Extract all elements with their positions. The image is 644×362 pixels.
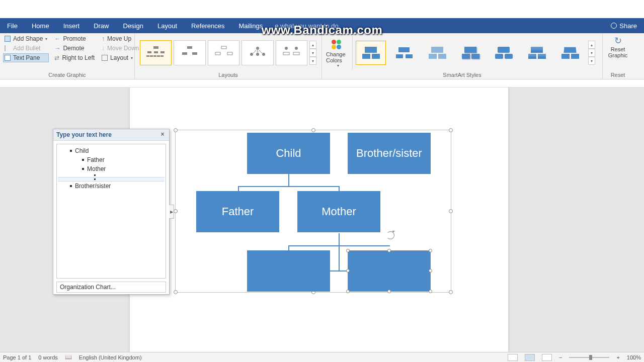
svg-rect-5	[150, 55, 153, 57]
share-label: Share	[619, 22, 637, 30]
text-pane-footer[interactable]: Organization Chart...	[56, 282, 166, 293]
text-pane-icon	[5, 55, 11, 61]
tell-me-search[interactable]: e what you want to do	[270, 18, 604, 33]
node-blank-1[interactable]	[247, 250, 330, 292]
add-shape-icon	[5, 36, 11, 42]
person-icon	[611, 23, 617, 29]
node-blank-2-selected[interactable]	[348, 250, 431, 292]
list-item[interactable]	[58, 173, 165, 177]
svg-rect-12	[221, 46, 226, 49]
node-father[interactable]: Father	[196, 191, 279, 232]
ruler	[0, 79, 644, 87]
tab-insert[interactable]: Insert	[56, 18, 87, 33]
group-layouts: ▴▾▾ Layouts	[135, 33, 322, 79]
style-option-6[interactable]	[522, 41, 552, 65]
list-item-selected[interactable]	[58, 177, 165, 182]
connector	[339, 233, 340, 272]
text-pane-button[interactable]: Text Pane	[3, 53, 49, 62]
share-button[interactable]: Share	[604, 18, 644, 33]
text-pane-header: Type your text here ×	[53, 129, 169, 141]
connector	[339, 186, 340, 191]
smartart-text-pane: Type your text here × Child Father Mothe…	[53, 129, 170, 295]
style-option-5[interactable]	[489, 41, 519, 65]
tab-file[interactable]: File	[0, 18, 25, 33]
add-bullet-button: Add Bullet	[3, 44, 49, 53]
status-language[interactable]: English (United Kingdom)	[79, 354, 142, 360]
colors-icon	[332, 40, 345, 50]
ribbon-tabs: File Home Insert Draw Design Layout Refe…	[0, 18, 644, 33]
status-page[interactable]: Page 1 of 1	[3, 354, 31, 360]
svg-rect-4	[146, 55, 149, 57]
group-styles: Change Colors▾ ▴▾▾ SmartArt Styles	[322, 33, 603, 79]
node-sibling[interactable]: Brother/sister	[348, 133, 431, 174]
rotate-handle-icon[interactable]	[386, 231, 394, 239]
svg-rect-24	[283, 52, 289, 55]
svg-rect-11	[192, 52, 197, 55]
tab-design[interactable]: Design	[116, 18, 150, 33]
promote-button[interactable]: ←Promote	[53, 34, 96, 43]
view-print-button[interactable]	[525, 354, 535, 361]
layout-option-3[interactable]	[208, 40, 239, 65]
svg-point-16	[250, 53, 253, 56]
list-item[interactable]: Child	[58, 146, 165, 155]
proofing-icon[interactable]: 📖	[65, 354, 72, 360]
style-option-4[interactable]	[455, 41, 486, 65]
rtl-icon: ⇄	[54, 54, 59, 61]
demote-button[interactable]: →Demote	[53, 44, 96, 53]
styles-gallery-scroll[interactable]: ▴▾▾	[588, 41, 595, 65]
svg-point-18	[262, 53, 265, 56]
svg-line-20	[253, 50, 256, 53]
style-option-3[interactable]	[422, 41, 452, 65]
connector	[330, 270, 348, 272]
svg-point-23	[295, 47, 298, 50]
group-create-graphic: Add Shape▾ Add Bullet Text Pane ←Promote…	[0, 33, 135, 79]
group-label: Layouts	[138, 71, 318, 79]
layout-option-4[interactable]	[242, 40, 273, 65]
style-option-2[interactable]	[389, 41, 419, 65]
connector	[238, 186, 340, 187]
layouts-gallery-scroll[interactable]: ▴▾▾	[309, 41, 316, 65]
group-reset: ↻ ResetGraphic Reset	[603, 33, 633, 79]
status-words[interactable]: 0 words	[38, 354, 58, 360]
add-shape-button[interactable]: Add Shape▾	[3, 34, 49, 43]
svg-rect-9	[187, 46, 192, 49]
svg-rect-13	[215, 52, 220, 55]
bullet-icon	[5, 45, 11, 51]
connector	[238, 186, 239, 191]
title-bar	[0, 0, 644, 18]
tab-draw[interactable]: Draw	[87, 18, 116, 33]
layout-option-2[interactable]	[174, 40, 205, 65]
tab-mailings[interactable]: Mailings	[232, 18, 270, 33]
style-option-7[interactable]	[555, 41, 585, 65]
reset-graphic-button[interactable]: ↻ ResetGraphic	[606, 34, 630, 58]
reset-icon: ↻	[614, 35, 622, 46]
svg-rect-2	[154, 51, 158, 53]
arrow-left-icon: ←	[54, 35, 60, 42]
svg-rect-8	[160, 55, 164, 57]
rtl-button[interactable]: ⇄Right to Left	[53, 53, 96, 62]
view-web-button[interactable]	[542, 354, 552, 361]
tab-layout[interactable]: Layout	[150, 18, 184, 33]
style-option-1[interactable]	[356, 41, 386, 65]
zoom-level[interactable]: 100%	[627, 354, 641, 360]
ribbon: Add Shape▾ Add Bullet Text Pane ←Promote…	[0, 33, 644, 79]
layout-option-5[interactable]	[276, 40, 307, 65]
list-item[interactable]: Brother/sister	[58, 182, 165, 191]
document-canvas[interactable]: Type your text here × Child Father Mothe…	[0, 87, 644, 352]
tab-home[interactable]: Home	[25, 18, 56, 33]
zoom-out-button[interactable]: −	[559, 354, 562, 360]
layout-option-1[interactable]	[140, 40, 172, 65]
text-pane-list[interactable]: Child Father Mother Brother/sister	[56, 144, 166, 279]
close-icon[interactable]: ×	[159, 131, 166, 138]
list-item[interactable]: Mother	[58, 164, 165, 173]
layout-icon	[102, 55, 108, 61]
change-colors-button[interactable]: Change Colors▾	[325, 34, 351, 71]
zoom-in-button[interactable]: +	[616, 354, 619, 360]
zoom-slider[interactable]	[569, 357, 609, 358]
svg-point-17	[256, 53, 259, 56]
view-read-button[interactable]	[508, 354, 518, 361]
tab-references[interactable]: References	[184, 18, 231, 33]
list-item[interactable]: Father	[58, 155, 165, 164]
node-mother[interactable]: Mother	[297, 191, 380, 232]
node-child[interactable]: Child	[247, 133, 330, 174]
